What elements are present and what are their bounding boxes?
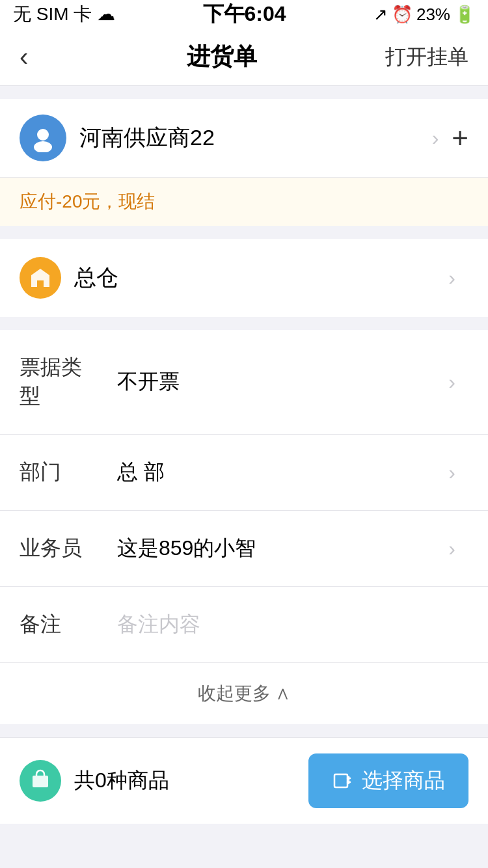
supplier-chevron-icon: › bbox=[432, 126, 439, 150]
gap-1 bbox=[0, 86, 488, 99]
add-supplier-button[interactable]: + bbox=[452, 124, 468, 152]
nav-bar: ‹ 进货单 打开挂单 bbox=[0, 29, 488, 86]
select-product-button[interactable]: 选择商品 bbox=[308, 753, 468, 808]
warehouse-card: 总仓 › bbox=[0, 239, 488, 317]
warehouse-row[interactable]: 总仓 › bbox=[0, 239, 488, 317]
invoice-type-label: 票据类型 bbox=[20, 353, 98, 411]
department-label: 部门 bbox=[20, 458, 98, 487]
warehouse-icon bbox=[20, 257, 61, 299]
remark-label: 备注 bbox=[20, 610, 98, 639]
alarm-icon: ⏰ bbox=[392, 5, 413, 25]
remark-row[interactable]: 备注 备注内容 bbox=[0, 587, 488, 662]
sim-status: 无 SIM 卡 ☁ bbox=[13, 2, 115, 27]
sales-rep-chevron-icon: › bbox=[448, 537, 455, 561]
warehouse-chevron-icon: › bbox=[448, 266, 455, 290]
sales-rep-label: 业务员 bbox=[20, 534, 98, 563]
status-right: ↗ ⏰ 23% 🔋 bbox=[373, 5, 475, 25]
open-pending-button[interactable]: 打开挂单 bbox=[385, 43, 468, 72]
status-left: 无 SIM 卡 ☁ bbox=[13, 2, 115, 27]
invoice-type-chevron-icon: › bbox=[448, 370, 455, 394]
back-button[interactable]: ‹ bbox=[20, 42, 59, 72]
battery-text: 23% bbox=[416, 5, 450, 25]
gap-3 bbox=[0, 317, 488, 330]
supplier-notice: 应付-20元，现结 bbox=[0, 178, 488, 226]
supplier-card: 河南供应商22 › + 应付-20元，现结 bbox=[0, 99, 488, 226]
svg-rect-2 bbox=[37, 280, 44, 287]
svg-point-0 bbox=[37, 129, 49, 141]
invoice-type-row[interactable]: 票据类型 不开票 › bbox=[0, 330, 488, 435]
status-time: 下午6:04 bbox=[203, 0, 286, 29]
department-row[interactable]: 部门 总 部 › bbox=[0, 435, 488, 511]
battery-icon: 🔋 bbox=[454, 5, 475, 25]
bottom-bar: 共0种商品 选择商品 bbox=[0, 737, 488, 824]
select-product-icon bbox=[332, 769, 355, 793]
product-count: 共0种商品 bbox=[74, 766, 308, 795]
supplier-row[interactable]: 河南供应商22 › + bbox=[0, 99, 488, 178]
form-card: 票据类型 不开票 › 部门 总 部 › 业务员 这是859的小智 › 备注 备注… bbox=[0, 330, 488, 662]
svg-point-1 bbox=[34, 141, 52, 152]
product-icon bbox=[20, 760, 61, 802]
location-icon: ↗ bbox=[373, 5, 388, 25]
collapse-button[interactable]: 收起更多 ∧ bbox=[0, 662, 488, 724]
status-bar: 无 SIM 卡 ☁ 下午6:04 ↗ ⏰ 23% 🔋 bbox=[0, 0, 488, 29]
supplier-avatar bbox=[20, 115, 66, 161]
gap-2 bbox=[0, 226, 488, 239]
invoice-type-value: 不开票 bbox=[98, 368, 448, 396]
svg-rect-4 bbox=[334, 774, 347, 787]
svg-rect-3 bbox=[33, 776, 48, 787]
page-background bbox=[0, 824, 488, 868]
supplier-name: 河南供应商22 bbox=[79, 123, 432, 153]
page-title: 进货单 bbox=[187, 41, 257, 73]
sales-rep-value: 这是859的小智 bbox=[98, 534, 448, 563]
department-value: 总 部 bbox=[98, 458, 448, 487]
warehouse-name: 总仓 bbox=[74, 263, 448, 293]
department-chevron-icon: › bbox=[448, 461, 455, 485]
sales-rep-row[interactable]: 业务员 这是859的小智 › bbox=[0, 511, 488, 587]
collapse-label: 收起更多 ∧ bbox=[198, 681, 291, 706]
remark-input[interactable]: 备注内容 bbox=[98, 610, 468, 639]
gap-4 bbox=[0, 724, 488, 737]
select-product-label: 选择商品 bbox=[362, 766, 445, 795]
